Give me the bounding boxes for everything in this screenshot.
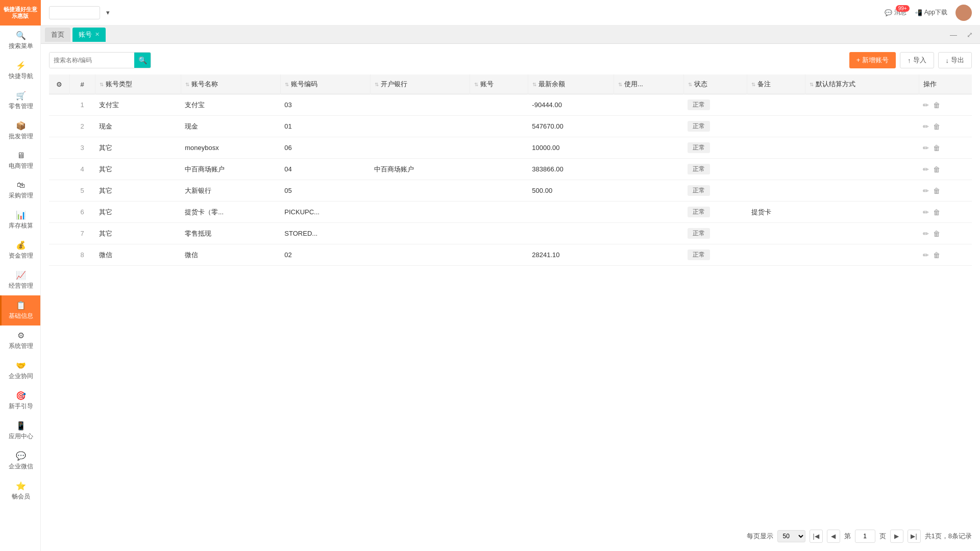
delete-button[interactable]: 🗑	[933, 187, 940, 195]
sidebar-item-finance-mgmt[interactable]: 💰 资金管理	[0, 235, 40, 265]
cell-usage	[614, 202, 684, 223]
sidebar-item-purchase-mgmt[interactable]: 🛍 采购管理	[0, 176, 40, 205]
edit-button[interactable]: ✏	[923, 165, 929, 173]
add-account-button[interactable]: + 新增账号	[849, 52, 896, 68]
topbar-dropdown[interactable]: ▾	[106, 9, 110, 16]
tab-account[interactable]: 账号 ✕	[72, 28, 106, 42]
edit-button[interactable]: ✏	[923, 251, 929, 259]
cell-usage	[614, 180, 684, 202]
sidebar-item-vip-member[interactable]: ⭐ 畅会员	[0, 476, 40, 506]
delete-button[interactable]: 🗑	[933, 122, 940, 131]
delete-button[interactable]: 🗑	[933, 144, 940, 152]
cell-default-settlement	[805, 94, 919, 116]
edit-button[interactable]: ✏	[923, 122, 929, 131]
sidebar-item-sys-mgmt[interactable]: ⚙ 系统管理	[0, 325, 40, 356]
import-button[interactable]: ↑ 导入	[900, 52, 934, 68]
sidebar-item-search-menu[interactable]: 🔍 搜索菜单	[0, 26, 40, 56]
row-checkbox[interactable]	[49, 159, 69, 180]
edit-button[interactable]: ✏	[923, 187, 929, 195]
th-status[interactable]: ⇅ 状态	[683, 74, 747, 94]
row-checkbox[interactable]	[49, 223, 69, 244]
search-input[interactable]	[50, 53, 134, 68]
first-page-button[interactable]: |◀	[810, 530, 823, 543]
th-account-name-label: 账号名称	[191, 80, 218, 89]
cell-status: 正常	[683, 159, 747, 180]
sidebar-item-retail-mgmt[interactable]: 🛒 零售管理	[0, 86, 40, 116]
sidebar-item-app-center[interactable]: 📱 应用中心	[0, 416, 40, 446]
row-checkbox[interactable]	[49, 244, 69, 266]
delete-button[interactable]: 🗑	[933, 208, 940, 216]
th-remark[interactable]: ⇅ 备注	[747, 74, 805, 94]
user-avatar[interactable]	[955, 5, 972, 21]
delete-button[interactable]: 🗑	[933, 165, 940, 173]
row-checkbox[interactable]	[49, 137, 69, 159]
sidebar-item-enterprise-agreement[interactable]: 🤝 企业协同	[0, 356, 40, 386]
sidebar-item-quick-nav[interactable]: ⚡ 快捷导航	[0, 56, 40, 86]
export-icon: ↓	[946, 57, 949, 64]
sort-icon: ⇅	[375, 82, 379, 87]
cell-account-type: 支付宝	[95, 94, 181, 116]
th-account-no[interactable]: ⇅ 账号	[470, 74, 528, 94]
sidebar-item-new-guide[interactable]: 🎯 新手引导	[0, 386, 40, 416]
sidebar-item-ecommerce-mgmt[interactable]: 🖥 电商管理	[0, 146, 40, 176]
cell-default-settlement	[805, 202, 919, 223]
last-page-button[interactable]: ▶|	[908, 530, 921, 543]
delete-button[interactable]: 🗑	[933, 230, 940, 238]
tab-expand-button[interactable]: ⤢	[964, 29, 976, 41]
app-download-button[interactable]: 📲 App下载	[915, 8, 947, 17]
cell-account-no	[470, 244, 528, 266]
delete-button[interactable]: 🗑	[933, 101, 940, 109]
row-checkbox[interactable]	[49, 116, 69, 137]
sidebar-item-operations-mgmt[interactable]: 📈 经营管理	[0, 265, 40, 295]
table-wrapper: ⚙ # ⇅ 账号类型 ⇅ 账号名称	[49, 74, 972, 524]
edit-button[interactable]: ✏	[923, 208, 929, 216]
cell-remark	[747, 223, 805, 244]
tab-minimize-button[interactable]: —	[947, 29, 960, 41]
message-button[interactable]: 💬 消息 99+	[885, 8, 906, 17]
edit-button[interactable]: ✏	[923, 230, 929, 238]
row-checkbox[interactable]	[49, 94, 69, 116]
th-usage[interactable]: ⇅ 使用...	[614, 74, 684, 94]
next-page-button[interactable]: ▶	[890, 530, 903, 543]
sidebar-item-wholesale-mgmt[interactable]: 📦 批发管理	[0, 116, 40, 146]
topbar-search-input[interactable]	[49, 6, 100, 19]
th-index: #	[69, 74, 95, 94]
cell-remark	[747, 137, 805, 159]
cell-account-type: 其它	[95, 202, 181, 223]
edit-button[interactable]: ✏	[923, 144, 929, 152]
row-checkbox[interactable]	[49, 202, 69, 223]
page-size-select[interactable]: 50 100 200	[777, 530, 805, 542]
prev-page-button[interactable]: ◀	[827, 530, 840, 543]
sidebar-item-inventory[interactable]: 📊 库存核算	[0, 205, 40, 235]
delete-button[interactable]: 🗑	[933, 251, 940, 259]
accounts-table: ⚙ # ⇅ 账号类型 ⇅ 账号名称	[49, 74, 972, 266]
edit-button[interactable]: ✏	[923, 101, 929, 109]
page-input[interactable]	[855, 530, 875, 543]
cell-account-type: 其它	[95, 159, 181, 180]
th-usage-label: 使用...	[624, 80, 643, 89]
tab-account-close[interactable]: ✕	[95, 31, 100, 38]
search-button[interactable]: 🔍	[134, 52, 151, 68]
th-remark-label: 备注	[757, 80, 771, 89]
sidebar-item-enterprise-wechat[interactable]: 💬 企业微信	[0, 446, 40, 476]
cell-actions: ✏ 🗑	[919, 137, 972, 159]
export-button[interactable]: ↓ 导出	[938, 52, 972, 68]
th-default-settlement[interactable]: ⇅ 默认结算方式	[805, 74, 919, 94]
status-badge: 正常	[688, 164, 710, 174]
th-account-name[interactable]: ⇅ 账号名称	[181, 74, 280, 94]
cell-default-settlement	[805, 137, 919, 159]
cell-default-settlement	[805, 223, 919, 244]
enterprise-icon: 🤝	[16, 361, 26, 370]
th-account-type[interactable]: ⇅ 账号类型	[95, 74, 181, 94]
th-balance[interactable]: ⇅ 最新余额	[528, 74, 614, 94]
th-account-code[interactable]: ⇅ 账号编码	[280, 74, 370, 94]
status-badge: 正常	[688, 121, 710, 132]
sidebar-item-basic-info[interactable]: 📋 基础信息	[0, 295, 40, 325]
row-checkbox[interactable]	[49, 180, 69, 202]
operations-icon: 📈	[16, 270, 26, 280]
th-bank[interactable]: ⇅ 开户银行	[370, 74, 470, 94]
sidebar-item-label: 快捷导航	[9, 72, 33, 81]
th-settings[interactable]: ⚙	[49, 74, 69, 94]
cell-account-no	[470, 202, 528, 223]
tab-home[interactable]: 首页	[45, 28, 70, 42]
